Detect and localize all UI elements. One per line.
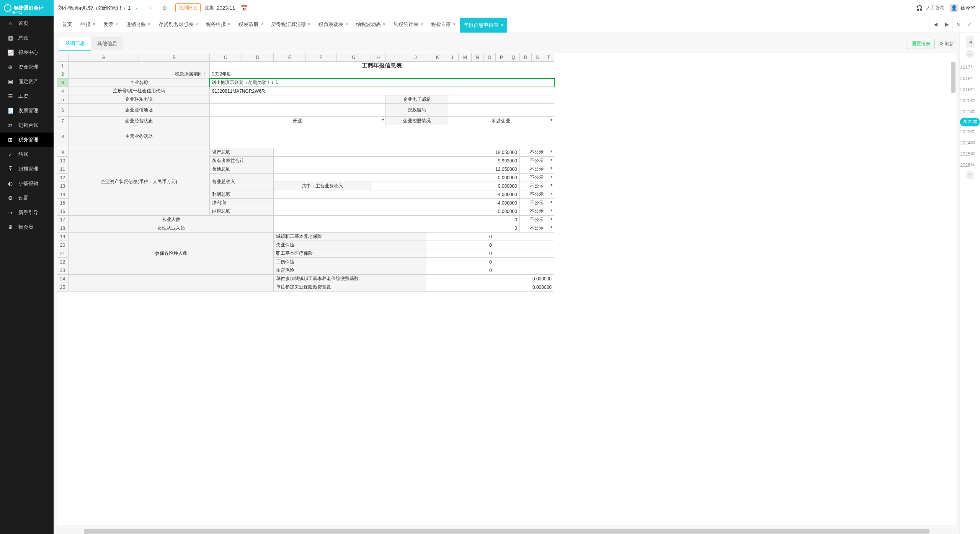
add-icon[interactable]: ＋ xyxy=(146,3,155,13)
subtab-basic[interactable]: 基础信息 xyxy=(59,37,91,51)
calendar-icon[interactable]: 📅 xyxy=(240,3,249,13)
nav-item-2[interactable]: 📈报表中心 xyxy=(0,45,54,60)
account-selector[interactable]: 刘小艳演示账套（勿删勿动！）1 xyxy=(58,5,131,11)
col-header[interactable]: G xyxy=(336,53,371,62)
tab-close-icon[interactable]: ✕ xyxy=(195,22,198,27)
col-header[interactable]: N xyxy=(471,53,483,62)
year-down-icon[interactable]: ﹀ xyxy=(966,171,974,179)
nav-item-9[interactable]: ✓结账 xyxy=(0,147,54,162)
tab-5[interactable]: 税务申报✕ xyxy=(202,16,235,33)
col-header[interactable]: B xyxy=(139,53,209,62)
tab-close-icon[interactable]: ✕ xyxy=(500,23,503,28)
tab-close-icon[interactable]: ✕ xyxy=(307,22,311,27)
col-header[interactable]: H xyxy=(371,53,385,62)
tab-9[interactable]: 纳税波动表✕ xyxy=(352,16,390,33)
nav-item-10[interactable]: 🗄归档管理 xyxy=(0,162,54,176)
tab-close-icon[interactable]: ✕ xyxy=(115,22,118,27)
reset-report-button[interactable]: 重置报表 xyxy=(908,39,934,49)
support-link[interactable]: 人工咨询 xyxy=(926,5,944,11)
col-header[interactable]: E xyxy=(274,53,306,62)
nav-item-0[interactable]: ⌂首页 xyxy=(0,16,54,31)
year-item[interactable]: 2017年 xyxy=(960,62,980,73)
account-chevron-icon[interactable]: ⌄ xyxy=(135,5,139,11)
col-header[interactable] xyxy=(57,53,69,62)
nav-item-1[interactable]: ▦总账 xyxy=(0,31,54,45)
nav-item-5[interactable]: ☰工资 xyxy=(0,89,54,103)
year-item[interactable]: 2024年 xyxy=(960,138,980,149)
year-item[interactable]: 2021年 xyxy=(960,106,980,118)
avatar[interactable]: 👤 xyxy=(950,4,958,12)
nav-item-7[interactable]: ⇄进销台账 xyxy=(0,118,54,133)
tab-close-icon[interactable]: ✕ xyxy=(147,22,151,27)
pub-select[interactable]: 不公示 xyxy=(519,148,554,157)
tab-11[interactable]: 税检专家✕ xyxy=(427,16,460,33)
nav-item-11[interactable]: ◐小畅报销 xyxy=(0,176,54,191)
nav-item-6[interactable]: 🧾发票管理 xyxy=(0,103,54,118)
tab-close-icon[interactable]: ✕ xyxy=(227,22,231,27)
col-header[interactable]: M xyxy=(459,53,472,62)
tab-10[interactable]: 纳税统计表✕ xyxy=(390,16,427,33)
panel-collapse-icon[interactable]: ◀ xyxy=(966,36,974,48)
nav-item-14[interactable]: ♛畅会员 xyxy=(0,220,54,234)
tab-7[interactable]: 所得税汇算清缴✕ xyxy=(267,16,315,33)
spreadsheet[interactable]: ABCDEFGHIJKLMNOPQRST 1工商年报信息表 2税款所属期间：20… xyxy=(57,53,956,525)
tab-close-icon[interactable]: ✕ xyxy=(260,22,263,27)
tab-close-icon[interactable]: ✕ xyxy=(382,22,386,27)
col-header[interactable]: R xyxy=(519,53,531,62)
col-header[interactable]: D xyxy=(242,53,274,62)
year-item[interactable]: 2018年 xyxy=(960,73,980,84)
col-header[interactable]: A xyxy=(69,53,139,62)
col-header[interactable]: I xyxy=(385,53,404,62)
tab-next-icon[interactable]: ▶ xyxy=(941,16,952,33)
status-select[interactable]: 开业 xyxy=(209,117,385,125)
period-value[interactable]: 2023-11 xyxy=(217,5,235,11)
col-header[interactable]: C xyxy=(209,53,242,62)
settings-icon[interactable]: ⚙ xyxy=(160,3,169,13)
company-name-cell[interactable]: 刘小艳演示账套（勿删勿动！）1 xyxy=(209,79,554,87)
tab-close-icon[interactable]: ✕ xyxy=(92,22,96,27)
nav-item-12[interactable]: ⚙设置 xyxy=(0,191,54,205)
col-header[interactable]: S xyxy=(532,53,543,62)
col-header[interactable]: J xyxy=(404,53,427,62)
year-up-icon[interactable]: ︿ xyxy=(966,50,974,58)
col-header[interactable]: K xyxy=(427,53,448,62)
year-item[interactable]: 2026年 xyxy=(960,160,980,171)
nav-item-4[interactable]: ▣固定资产 xyxy=(0,74,54,89)
tab-prev-icon[interactable]: ◀ xyxy=(929,16,941,33)
user-name[interactable]: 徐泽华 xyxy=(960,5,975,11)
col-header[interactable]: Q xyxy=(507,53,519,62)
tab-8[interactable]: 税负波动表✕ xyxy=(315,16,352,33)
nav-item-13[interactable]: ⇢新手引导 xyxy=(0,205,54,220)
old-version-button[interactable]: 切到旧版 xyxy=(175,3,201,12)
tab-2[interactable]: 发票✕ xyxy=(100,16,122,33)
col-header[interactable]: O xyxy=(483,53,496,62)
col-header[interactable]: T xyxy=(543,53,554,62)
tab-6[interactable]: 税表清册✕ xyxy=(235,16,267,33)
sidebar: 畅捷通好会计 专业版 ⌂首页▦总账📈报表中心⊕资金管理▣固定资产☰工资🧾发票管理… xyxy=(0,0,54,534)
tab-3[interactable]: 进销台账✕ xyxy=(122,16,155,33)
year-item[interactable]: 2023年 xyxy=(960,126,980,138)
year-item[interactable]: 2022年 xyxy=(960,118,980,126)
nav-item-8[interactable]: ⊞税务管理 xyxy=(0,133,54,147)
col-header[interactable]: P xyxy=(496,53,507,62)
tab-close-icon[interactable]: ✕ xyxy=(420,22,423,27)
tab-close-icon[interactable]: ✕ xyxy=(345,22,348,27)
subtab-other[interactable]: 其他信息 xyxy=(91,37,123,50)
tab-0[interactable]: 首页 xyxy=(58,16,76,33)
year-item[interactable]: 2019年 xyxy=(960,84,980,95)
refresh-button[interactable]: ⟳ 刷新 xyxy=(940,41,954,47)
tab-4[interactable]: 存货别名对照表✕ xyxy=(155,16,202,33)
tab-1[interactable]: i申报✕ xyxy=(76,16,100,33)
vertical-scrollbar[interactable] xyxy=(951,62,956,93)
col-header[interactable]: L xyxy=(448,53,459,62)
holding-select[interactable]: 私营企业 xyxy=(448,117,554,125)
year-item[interactable]: 2025年 xyxy=(960,149,980,160)
tab-close-icon[interactable]: ✕ xyxy=(952,16,964,33)
nav-item-3[interactable]: ⊕资金管理 xyxy=(0,60,54,74)
year-item[interactable]: 2020年 xyxy=(960,95,980,106)
tab-expand-icon[interactable]: ⤢ xyxy=(964,16,975,33)
tab-12[interactable]: 年报信息申报表✕ xyxy=(460,18,507,33)
tab-close-icon[interactable]: ✕ xyxy=(452,22,456,27)
col-header[interactable]: F xyxy=(305,53,336,62)
horizontal-scrollbar[interactable] xyxy=(57,528,956,534)
